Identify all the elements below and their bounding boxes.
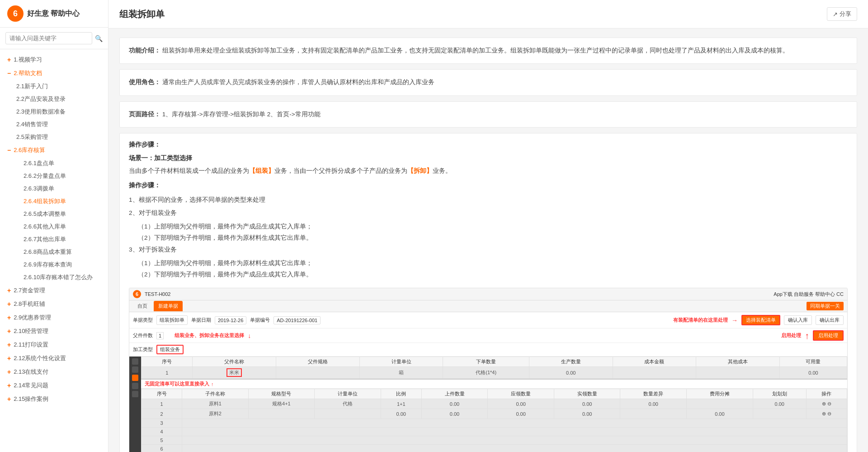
nav-label: 2.6.8商品成本重算 (24, 248, 72, 256)
ltd-name: 原料1 (182, 399, 249, 409)
nav-label: 2.2产品安装及登录 (16, 95, 66, 103)
expand-icon: + (7, 287, 11, 294)
sidebar-item-custom[interactable]: + 2.12系统个性化设置 (0, 352, 108, 365)
nav-label: 2.6.4组装拆卸单 (24, 197, 66, 205)
sidebar-item-purchase[interactable]: 2.5采购管理 (0, 131, 108, 143)
lth-actual-qty: 实领数量 (554, 389, 620, 399)
form-date-value[interactable]: 2019-12-26 (215, 316, 246, 324)
action-btn1[interactable]: 确认入库 (784, 315, 812, 325)
sidebar-item-265[interactable]: 2.6.5成本调整单 (0, 208, 108, 220)
ops-heading: 操作步骤： (129, 141, 848, 149)
enable-processing-btn[interactable]: 启用处理 (813, 330, 844, 341)
screenshot-tab-new[interactable]: 新建单据 (154, 301, 183, 311)
action-btn2[interactable]: 确认出库 (816, 315, 844, 325)
screenshot-tab-home[interactable]: 自页 (133, 300, 152, 312)
cell-order-qty: 代格(1*4) (443, 367, 529, 379)
lth-diff: 数量差异 (620, 389, 687, 399)
step2-sub2: （2）下部明细为子件明细，最终作为原材料生成其它出库单。 (129, 232, 848, 244)
annotation-area2: 组装业务、拆卸业务在这里选择 ↓ (175, 332, 251, 339)
sidebar-item-269[interactable]: 2.6.9库存账本查询 (0, 258, 108, 271)
form-no-value[interactable]: AD-20191226-001 (274, 316, 321, 324)
screenshot-top-bar: 6 TEST-H002 App下载 自助服务 帮助中心 CC (129, 288, 847, 300)
sidebar-item-print[interactable]: + 2.11打印设置 (0, 338, 108, 352)
nav-label: 2.3使用前数据准备 (16, 108, 66, 116)
sidebar-item-finance[interactable]: + 2.7资金管理 (0, 284, 108, 297)
search-input[interactable] (5, 32, 92, 44)
nav-label: 2.6.5成本调整单 (24, 210, 66, 218)
lower-table-row-3: 3 (142, 419, 847, 428)
row-op-icon2[interactable]: ⊖ (827, 401, 831, 406)
sidebar-item-2610[interactable]: 2.6.10库存账本错了怎么办 (0, 271, 108, 284)
arrow1-icon: → (731, 317, 738, 324)
sidebar-item-video[interactable]: + 1.视频学习 (0, 53, 108, 67)
sidebar-item-ops[interactable]: + 2.10经营管理 (0, 324, 108, 338)
nav-label: 2.6.1盘点单 (24, 159, 54, 167)
arrow4-icon: ↑ (211, 381, 214, 387)
sidebar-item-263[interactable]: 2.6.3调拨单 (0, 182, 108, 195)
step1-text: 1、根据不同的业务，选择不同单据的类型来处理 (129, 194, 848, 206)
sidebar-item-install[interactable]: 2.2产品安装及登录 (0, 93, 108, 105)
mock-screenshot: 6 TEST-H002 App下载 自助服务 帮助中心 CC 自页 新建单据 同… (129, 288, 847, 452)
cell-other-cost (696, 367, 780, 379)
row-op-icon1[interactable]: ⊕ (822, 411, 826, 416)
arrow3-icon: ↓ (248, 332, 251, 339)
sidebar-item-266[interactable]: 2.6.6其他入库单 (0, 220, 108, 233)
form-no-label: 单据编号 (250, 317, 270, 324)
desc-text2: 业务，当由一个父件拆分成多个子产品的业务为 (274, 167, 407, 174)
ltd-req: 0.00 (488, 409, 554, 419)
sidebar-item-261[interactable]: 2.6.1盘点单 (0, 157, 108, 170)
type-select[interactable]: 组装业务 (156, 345, 184, 354)
sidebar-item-inventory[interactable]: − 2.6库存核算 (0, 143, 108, 157)
row-op-icon2[interactable]: ⊖ (827, 411, 831, 416)
collapse-icon: − (7, 70, 11, 77)
sidebar-item-new[interactable]: 2.1新手入门 (0, 80, 108, 93)
desc-text: 当由多个子件材料组装成一个成品的业务为 (129, 167, 249, 174)
ltd-seq: 1 (142, 399, 182, 409)
screenshot-sync-btn[interactable]: 同期单据一关 (807, 302, 844, 310)
form-date-label: 单据日期 (191, 317, 211, 324)
screenshot-container: 6 TEST-H002 App下载 自助服务 帮助中心 CC 自页 新建单据 同… (129, 288, 848, 452)
parent-name-input[interactable]: 米米 (226, 368, 242, 377)
sidebar-item-cases[interactable]: + 2.15操作案例 (0, 392, 108, 406)
nav-label: 2.6.6其他入库单 (24, 223, 66, 231)
sidebar-item-prep[interactable]: 2.3使用前数据准备 (0, 105, 108, 118)
sidebar-item-268[interactable]: 2.6.8商品成本重算 (0, 246, 108, 258)
row-op-icon1[interactable]: ⊕ (822, 401, 826, 406)
th-prod-qty: 生产数量 (529, 357, 613, 367)
arrow2-icon: ↑ (805, 331, 809, 340)
sidebar-item-264[interactable]: 2.6.4组装拆卸单 (0, 195, 108, 208)
lower-table-row-6: 6 (142, 445, 847, 452)
lth-ops: 操作 (806, 389, 847, 399)
search-button[interactable]: 🔍 (95, 35, 103, 42)
sidebar-item-sales[interactable]: 2.4销售管理 (0, 118, 108, 131)
sidebar-item-mobile[interactable]: + 2.8手机旺辅 (0, 297, 108, 311)
sidebar-item-faq[interactable]: + 2.14常见问题 (0, 379, 108, 392)
form-count-label: 父件件数 (133, 332, 153, 339)
expand-icon: + (7, 328, 11, 335)
sidebar-item-267[interactable]: 2.6.7其他出库单 (0, 233, 108, 246)
expand-icon: + (7, 300, 11, 308)
page-title: 组装拆卸单 (119, 8, 165, 20)
path-label: 页面路径： (129, 111, 160, 118)
lower-table-row-1: 1 原料1 规格4+1 代格 1+1 0.00 0.00 0.00 (142, 399, 847, 409)
screenshot-type-row: 加工类型 组装业务 (129, 343, 847, 357)
lower-table-body: 1 原料1 规格4+1 代格 1+1 0.00 0.00 0.00 (142, 399, 847, 452)
annotation4-text: 无固定清单可以这里直接录入 (145, 381, 209, 387)
annotation3-text: 组装业务、拆卸业务在这里选择 (175, 332, 244, 339)
role-card: 使用角色： 通常由生产人员或库管人员完成拆装业务的操作，库管人员确认原材料的出库… (119, 69, 857, 95)
lth-ratio: 比例 (381, 389, 421, 399)
select-bom-btn[interactable]: 选择装配清单 (741, 315, 780, 325)
cell-cost (613, 367, 696, 379)
cell-seq: 1 (142, 367, 193, 379)
form-count-value[interactable]: 1 (156, 332, 164, 339)
sidebar-item-online-pay[interactable]: + 2.13在线支付 (0, 365, 108, 379)
form-type-value[interactable]: 组装拆卸单 (156, 315, 188, 325)
screenshot-tab-bar: 自页 新建单据 同期单据一关 (129, 300, 847, 312)
sidebar-item-coupon[interactable]: + 2.9优惠券管理 (0, 311, 108, 324)
sidebar-item-262[interactable]: 2.6.2分量盘点单 (0, 170, 108, 182)
th-seq: 序号 (142, 357, 193, 367)
expand-icon: + (7, 395, 11, 403)
sidebar-item-docs[interactable]: − 2.帮助文档 (0, 67, 108, 80)
disassembly-keyword: 【拆卸】 (407, 167, 433, 174)
share-button[interactable]: ↗ 分享 (827, 7, 857, 21)
